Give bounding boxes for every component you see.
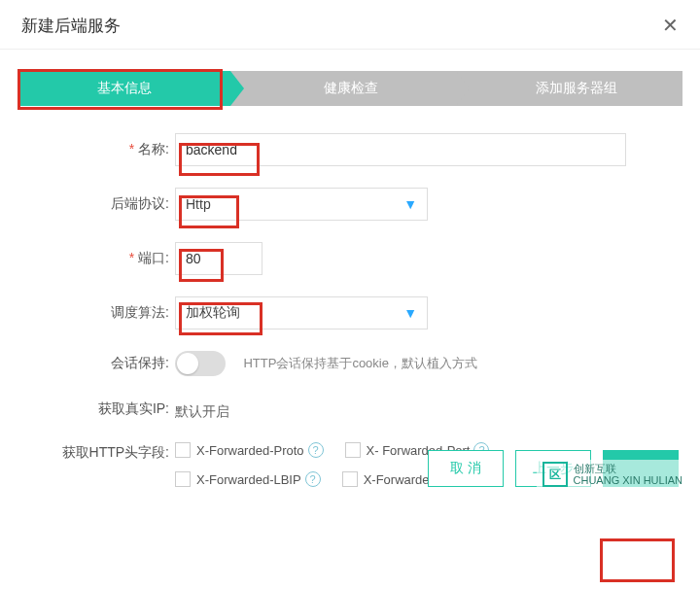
step-label: 基本信息	[97, 80, 152, 97]
step-label: 添加服务器组	[536, 80, 617, 97]
toggle-knob	[177, 353, 198, 374]
session-label: 会话保持:	[10, 355, 175, 372]
session-hint: HTTP会话保持基于cookie，默认植入方式	[243, 356, 477, 370]
port-label: 端口:	[10, 250, 175, 267]
headers-label: 获取HTTP头字段:	[10, 442, 175, 462]
checkbox-label: X-Forwarded-LBIP	[196, 472, 301, 487]
step-divider-icon	[456, 71, 470, 106]
modal-header: 新建后端服务 ✕	[0, 0, 700, 50]
step-divider-icon	[230, 71, 244, 106]
checkbox-box-icon	[175, 471, 191, 487]
realip-value: 默认开启	[175, 398, 661, 421]
step-basic-info[interactable]: 基本信息	[18, 71, 230, 106]
help-icon[interactable]: ?	[308, 442, 324, 458]
form: 名称: 后端协议: Http ▼ 端口: 调度算法:	[0, 110, 700, 501]
cancel-button[interactable]: 取 消	[428, 450, 504, 487]
step-health-check[interactable]: 健康检查	[244, 71, 457, 106]
checkbox-label: X-Forwarded-Proto	[196, 443, 304, 458]
help-icon[interactable]: ?	[305, 471, 321, 487]
watermark-brand: 创新互联	[574, 463, 682, 474]
caret-down-icon: ▼	[403, 196, 417, 212]
row-protocol: 后端协议: Http ▼	[10, 188, 661, 221]
close-icon[interactable]: ✕	[662, 14, 679, 37]
algorithm-select[interactable]: 加权轮询 ▼	[175, 296, 428, 330]
modal: 新建后端服务 ✕ 基本信息 健康检查 添加服务器组 名称: 后端协议: Http…	[0, 0, 700, 501]
port-input[interactable]	[175, 242, 262, 275]
watermark: 区 创新互联 CHUANG XIN HULIAN	[537, 460, 688, 489]
caret-down-icon: ▼	[403, 305, 417, 321]
checkbox-x-forwarded-proto[interactable]: X-Forwarded-Proto ?	[175, 442, 324, 458]
protocol-select[interactable]: Http ▼	[175, 188, 428, 221]
algorithm-value: 加权轮询	[186, 304, 240, 322]
algorithm-label: 调度算法:	[10, 304, 175, 322]
watermark-sub: CHUANG XIN HULIAN	[574, 474, 682, 486]
watermark-logo-icon: 区	[542, 462, 568, 487]
protocol-label: 后端协议:	[10, 195, 175, 213]
row-algorithm: 调度算法: 加权轮询 ▼	[10, 296, 661, 330]
session-toggle[interactable]	[175, 351, 226, 376]
protocol-value: Http	[186, 196, 211, 212]
checkbox-box-icon	[175, 442, 191, 458]
row-port: 端口:	[10, 242, 661, 275]
realip-label: 获取真实IP:	[10, 400, 175, 418]
row-realip: 获取真实IP: 默认开启	[10, 398, 661, 421]
highlight-box	[600, 538, 675, 582]
modal-title: 新建后端服务	[21, 15, 121, 37]
step-add-server-group[interactable]: 添加服务器组	[470, 71, 682, 106]
watermark-text: 创新互联 CHUANG XIN HULIAN	[574, 463, 682, 486]
checkbox-x-forwarded-lbip[interactable]: X-Forwarded-LBIP ?	[175, 471, 321, 487]
name-input[interactable]	[175, 133, 626, 166]
name-label: 名称:	[10, 141, 175, 158]
checkbox-box-icon	[342, 471, 358, 487]
row-name: 名称:	[10, 133, 661, 166]
checkbox-box-icon	[345, 442, 361, 458]
step-label: 健康检查	[324, 80, 378, 97]
row-session: 会话保持: HTTP会话保持基于cookie，默认植入方式	[10, 351, 661, 376]
step-bar: 基本信息 健康检查 添加服务器组	[18, 71, 682, 106]
